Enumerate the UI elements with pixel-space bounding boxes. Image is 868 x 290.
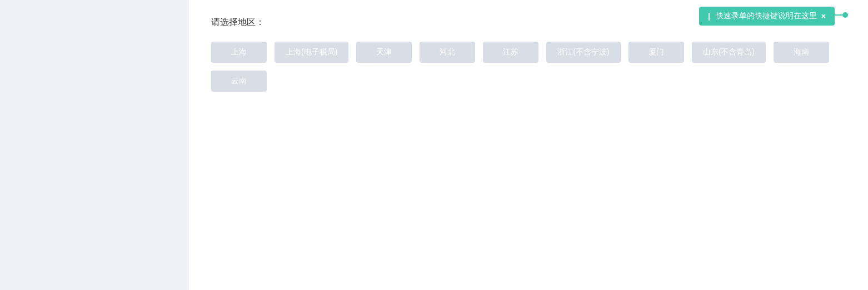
left-sidebar [0, 0, 189, 290]
tooltip-line [831, 14, 842, 16]
region-button-jiangsu[interactable]: 江苏 [483, 42, 538, 63]
tooltip-close-button[interactable]: × [821, 12, 826, 21]
region-buttons-container: 上海上海(电子税局)天津河北江苏浙江(不含宁波)厦门山东(不含青岛)海南云南 [211, 42, 846, 92]
main-content: 请选择地区： 上海上海(电子税局)天津河北江苏浙江(不含宁波)厦门山东(不含青岛… [189, 0, 868, 290]
tooltip-banner: 快速录单的快捷键说明在这里 × [699, 7, 835, 26]
tooltip-dot [842, 12, 848, 18]
region-button-hainan[interactable]: 海南 [774, 42, 829, 63]
region-button-tianjin[interactable]: 天津 [356, 42, 412, 63]
region-button-shanghai-etax[interactable]: 上海(电子税局) [275, 42, 348, 63]
tooltip-text: 快速录单的快捷键说明在这里 [716, 11, 817, 21]
region-button-xiamen[interactable]: 厦门 [628, 42, 684, 63]
region-button-hebei[interactable]: 河北 [420, 42, 475, 63]
region-button-shandong[interactable]: 山东(不含青岛) [692, 42, 766, 63]
region-button-yunnan[interactable]: 云南 [211, 71, 267, 92]
region-button-zhejiang[interactable]: 浙江(不含宁波) [546, 42, 620, 63]
region-button-shanghai[interactable]: 上海 [211, 42, 267, 63]
